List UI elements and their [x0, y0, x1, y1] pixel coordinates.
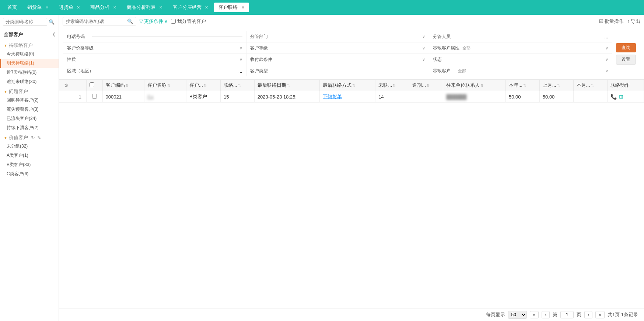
- toolbar-search-input[interactable]: [66, 19, 127, 24]
- my-customers-filter: 我分管的客户: [171, 18, 206, 25]
- sidebar-item-churned[interactable]: 已流失客户(24): [0, 114, 59, 123]
- filter-row-3: 性质 ∨ 收付款条件 ∨ 状态: [63, 54, 612, 65]
- retail-customer-select[interactable]: 全部 ∨: [458, 68, 608, 74]
- customer-name-link[interactable]: Ea: [147, 94, 153, 100]
- dept-select[interactable]: ∨: [275, 34, 426, 39]
- payment-select[interactable]: ∨: [275, 57, 426, 62]
- action-phone-icon[interactable]: 📞: [610, 94, 617, 100]
- row-seq: 1: [74, 91, 87, 103]
- close-tab-customer-tier-icon[interactable]: ✕: [205, 5, 208, 10]
- sidebar-all-customers[interactable]: 全部客户 《: [0, 29, 59, 40]
- customer-level-select[interactable]: ∨: [275, 46, 426, 51]
- price-level-select[interactable]: ∨: [97, 46, 242, 51]
- filter-cells: 电话号码 分管部门 ∨ 分管人员 ...: [63, 31, 612, 76]
- retail-customer-label: 零散客户: [433, 68, 455, 74]
- th-settings[interactable]: ⚙: [59, 80, 74, 91]
- row-overdue: [409, 91, 443, 103]
- sort-unit-contact-icon[interactable]: ⇅: [480, 83, 483, 87]
- sort-uncontacted-icon[interactable]: ⇅: [393, 83, 396, 87]
- sidebar-search-input[interactable]: [3, 18, 47, 26]
- current-page-input[interactable]: [560, 311, 574, 318]
- sort-overdue-icon[interactable]: ⇅: [427, 83, 430, 87]
- more-conditions-arrow-icon: ∧: [164, 18, 168, 24]
- sidebar-item-ungrouped[interactable]: 未分组(32): [0, 142, 59, 151]
- sidebar-item-today[interactable]: 今天待联络(0): [0, 49, 59, 59]
- my-customers-checkbox[interactable]: [171, 19, 176, 24]
- select-all-checkbox[interactable]: [90, 82, 94, 87]
- sort-name-icon[interactable]: ⇅: [167, 83, 170, 87]
- sort-date-icon[interactable]: ⇅: [287, 83, 290, 87]
- th-checkbox: [87, 80, 102, 91]
- sort-this-month-icon[interactable]: ⇅: [591, 83, 594, 87]
- close-tab-customer-contact-icon[interactable]: ✕: [241, 5, 245, 10]
- nav-tab-sales[interactable]: 销货单 ✕: [23, 3, 53, 12]
- nav-tab-customer-contact[interactable]: 客户联络 ✕: [214, 3, 249, 12]
- close-tab-analysis-icon[interactable]: ✕: [113, 5, 116, 10]
- filter-dept: 分管部门 ∨: [246, 31, 430, 42]
- next-page-btn[interactable]: ›: [584, 311, 592, 318]
- sidebar-item-tomorrow[interactable]: 明天待联络(1): [0, 59, 59, 68]
- sidebar-search-icon[interactable]: 🔍: [49, 19, 55, 25]
- value-group-edit-icon[interactable]: ✎: [37, 135, 41, 141]
- nav-tab-analysis[interactable]: 商品分析 ✕: [86, 3, 121, 12]
- sidebar-item-churn-warning[interactable]: 流失预警客户(3): [0, 105, 59, 114]
- sidebar-item-declining[interactable]: 持续下滑客户(2): [0, 123, 59, 132]
- toolbar-search-icon[interactable]: 🔍: [127, 18, 133, 24]
- nav-tab-purchase[interactable]: 进货单 ✕: [55, 3, 85, 12]
- th-action: 联络动作: [607, 80, 644, 91]
- batch-op-btn[interactable]: ☑ 批量操作: [599, 18, 624, 25]
- row-checkbox-cell: [87, 91, 102, 103]
- gender-select[interactable]: ∨: [92, 57, 242, 62]
- filter-area: 电话号码 分管部门 ∨ 分管人员 ...: [59, 28, 644, 80]
- sidebar-item-class-a[interactable]: A类客户(1): [0, 151, 59, 160]
- main-content: 🔍 ▽ 更多条件 ∧ 我分管的客户 ☑ 批量操作 ↑ 导出: [59, 15, 644, 321]
- person-dots-icon[interactable]: ...: [604, 34, 608, 39]
- row-this-month: [573, 91, 607, 103]
- last-page-btn[interactable]: »: [595, 311, 605, 318]
- sidebar-value-group: ▼ 价值客户 ↻ ✎: [0, 132, 59, 142]
- phone-label: 电话号码: [67, 34, 89, 40]
- sort-method-icon[interactable]: ⇅: [352, 83, 355, 87]
- sort-last-month-icon[interactable]: ⇅: [557, 83, 560, 87]
- first-page-btn[interactable]: «: [530, 311, 539, 318]
- status-select[interactable]: ∨: [458, 57, 608, 62]
- price-level-label: 客户价格等级: [67, 45, 94, 51]
- row-name[interactable]: Ea: [144, 91, 186, 103]
- query-button[interactable]: 查询: [616, 43, 636, 52]
- pagination: 每页显示 50 10 20 100 « ‹ 第 页 › » 共1页 1条记录: [59, 308, 644, 321]
- close-tab-analysis-list-icon[interactable]: ✕: [159, 5, 162, 10]
- all-customers-label: 全部客户: [4, 31, 23, 38]
- sort-code-icon[interactable]: ⇅: [126, 83, 129, 87]
- per-page-select[interactable]: 50 10 20 100: [508, 311, 527, 319]
- nav-tab-analysis-list[interactable]: 商品分析列表 ✕: [122, 3, 167, 12]
- close-tab-sales-icon[interactable]: ✕: [45, 5, 49, 10]
- prev-page-btn[interactable]: ‹: [542, 311, 550, 318]
- set-button[interactable]: 设置: [616, 55, 636, 65]
- retail-attr-select[interactable]: 全部 ∨: [462, 45, 608, 51]
- filter-customer-type: 客户类型: [246, 65, 430, 76]
- sidebar-item-7days[interactable]: 近7天待联络(0): [0, 68, 59, 77]
- filter-gender: 性质 ∨: [63, 54, 246, 65]
- row-action: 📞 ⊞: [607, 91, 644, 103]
- last-contact-method-link[interactable]: 下销货单: [323, 94, 342, 99]
- value-group-refresh-icon[interactable]: ↻: [31, 135, 35, 141]
- per-page-label: 每页显示: [486, 311, 505, 318]
- sidebar-item-overdue[interactable]: 逾期未联络(30): [0, 77, 59, 86]
- sidebar-item-class-b[interactable]: B类客户(33): [0, 160, 59, 169]
- action-grid-icon[interactable]: ⊞: [619, 94, 623, 100]
- nav-home[interactable]: 首页: [3, 3, 21, 12]
- th-this-month: 本月...⇅: [573, 80, 607, 91]
- sort-this-year-icon[interactable]: ⇅: [523, 83, 526, 87]
- sidebar-item-repurchase-abnormal[interactable]: 回购异常客户(2): [0, 96, 59, 105]
- filter-retail-attr: 零散客户属性 全部 ∨: [429, 42, 612, 54]
- sidebar-item-class-c[interactable]: C类客户(6): [0, 169, 59, 179]
- nav-tab-customer-tier[interactable]: 客户分层经营 ✕: [168, 3, 213, 12]
- export-btn[interactable]: ↑ 导出: [627, 18, 641, 25]
- region-dots-icon[interactable]: ...: [238, 68, 242, 74]
- close-tab-purchase-icon[interactable]: ✕: [77, 5, 80, 10]
- row-checkbox[interactable]: [92, 94, 97, 99]
- more-conditions-btn[interactable]: ▽ 更多条件 ∧: [139, 18, 168, 25]
- sort-category-icon[interactable]: ⇅: [204, 83, 207, 87]
- sort-contact-icon[interactable]: ⇅: [238, 83, 241, 87]
- value-triangle-icon: ▼: [4, 136, 7, 140]
